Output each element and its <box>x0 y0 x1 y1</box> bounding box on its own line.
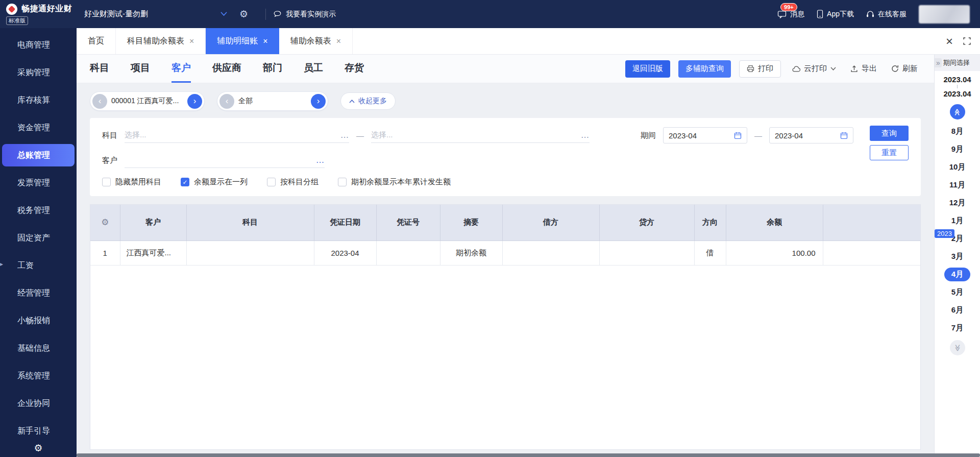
sidebar-item[interactable]: 新手引导 <box>0 417 77 445</box>
next-customer-icon[interactable]: › <box>187 94 202 109</box>
export-button[interactable]: 导出 <box>847 60 880 78</box>
sidebar-item[interactable]: 采购管理 <box>0 59 77 86</box>
table-row[interactable]: 1 江西真可爱... 2023-04 期初余额 借 100.00 <box>90 240 920 265</box>
sidebar-settings-gear-icon[interactable]: ⚙ <box>0 442 77 454</box>
demo-link[interactable]: 我要看实例演示 <box>273 10 336 19</box>
month-item[interactable]: 8月 <box>935 123 980 140</box>
tab[interactable]: 首页 <box>77 28 116 54</box>
tab-close-icon[interactable]: × <box>189 37 194 45</box>
category-tab[interactable]: 存货 <box>345 55 364 83</box>
checkbox-box-icon: ✓ <box>102 178 111 186</box>
category-tab[interactable]: 科目 <box>90 55 109 83</box>
month-item[interactable]: 6月 <box>935 301 980 319</box>
close-icon[interactable]: × <box>946 35 953 47</box>
scope-pill-label: 全部 <box>234 97 311 106</box>
settings-gear-icon[interactable]: ⚙ <box>239 8 248 20</box>
sidebar-item[interactable]: 基础信息 <box>0 334 77 362</box>
panel-collapse-icon[interactable]: » <box>935 58 942 67</box>
tab[interactable]: 辅助明细账 × <box>206 28 279 54</box>
sidebar-item[interactable]: 发票管理 <box>0 169 77 197</box>
scope-pager-pill[interactable]: ‹ 全部 › <box>217 91 328 111</box>
column-settings-gear-icon[interactable]: ⚙ <box>90 205 120 240</box>
sidebar-item-label: 总账管理 <box>17 150 50 161</box>
tab-close-icon[interactable]: × <box>263 37 267 45</box>
sidebar-item[interactable]: 资金管理 <box>0 114 77 141</box>
category-tab[interactable]: 部门 <box>263 55 282 83</box>
reset-button[interactable]: 重置 <box>870 145 909 160</box>
phone-icon <box>817 10 823 18</box>
month-item[interactable]: 3月 <box>935 248 980 266</box>
tab[interactable]: 科目辅助余额表 × <box>116 28 206 54</box>
sidebar-item-label: 新手引导 <box>17 426 50 437</box>
month-item[interactable]: 12月 <box>935 194 980 212</box>
sidebar-expand-arrow-icon[interactable]: ▸ <box>0 260 3 268</box>
month-item[interactable]: 4月 <box>935 266 980 283</box>
cell-debit <box>502 240 599 265</box>
month-item[interactable]: 7月 <box>935 319 980 337</box>
query-button[interactable]: 查询 <box>870 126 909 141</box>
sidebar-item[interactable]: 固定资产 <box>0 224 77 252</box>
month-item[interactable]: 10月 <box>935 158 980 176</box>
ellipsis-picker-icon[interactable]: ⋯ <box>340 135 349 140</box>
customer-pager-pill[interactable]: ‹ 000001 江西真可爱... › <box>90 91 205 111</box>
sidebar-item[interactable]: 库存核算 <box>0 86 77 114</box>
filter-checkbox[interactable]: ✓ 余额显示在一列 <box>181 177 248 187</box>
back-to-old-button[interactable]: 退回旧版 <box>625 60 670 78</box>
scroll-months-up-button[interactable]: ≪ <box>950 104 965 119</box>
customer-select[interactable]: ⋯ <box>125 153 325 168</box>
month-item[interactable]: 11月 <box>935 176 980 194</box>
sidebar-item[interactable]: 企业协同 <box>0 390 77 417</box>
cloud-print-button[interactable]: 云打印 <box>789 60 839 78</box>
app-download-button[interactable]: App下载 <box>817 10 854 19</box>
subject-to-select[interactable]: 选择... ⋯ <box>371 128 590 143</box>
calendar-icon <box>840 132 848 139</box>
category-tab[interactable]: 员工 <box>304 55 323 83</box>
user-info-redacted[interactable] <box>919 5 970 23</box>
sidebar-item[interactable]: 系统管理 <box>0 362 77 390</box>
prev-customer-icon[interactable]: ‹ <box>92 94 107 109</box>
collapse-more-label: 收起更多 <box>358 97 387 106</box>
messages-button[interactable]: 99+ 消息 <box>777 10 804 19</box>
scroll-months-down-button[interactable]: ≪ <box>950 340 965 355</box>
org-selector-dropdown[interactable]: 好业财测试-量勿删 <box>79 6 232 23</box>
horizontal-scrollbar[interactable] <box>77 453 980 457</box>
filter-checkbox[interactable]: ✓ 隐藏禁用科目 <box>102 177 161 187</box>
month-item[interactable]: 5月 <box>935 283 980 301</box>
refresh-button[interactable]: 刷新 <box>888 60 921 78</box>
ellipsis-picker-icon[interactable]: ⋯ <box>581 135 590 140</box>
multi-assist-query-button[interactable]: 多辅助查询 <box>678 60 731 78</box>
sidebar-item[interactable]: 经营管理 <box>0 279 77 307</box>
sidebar-item[interactable]: 总账管理 <box>2 144 75 166</box>
subject-from-select[interactable]: 选择... ⋯ <box>125 128 349 143</box>
demo-link-label: 我要看实例演示 <box>286 10 336 19</box>
month-label: 1月 <box>944 214 970 228</box>
sidebar-item[interactable]: 工资 <box>0 252 77 279</box>
col-voucher-date: 凭证日期 <box>314 205 376 240</box>
sidebar-nav: 电商管理 采购管理 库存核算 资金管理 总账管理 <box>0 31 77 445</box>
period-from-input[interactable]: 2023-04 <box>663 127 747 143</box>
next-scope-icon[interactable]: › <box>311 94 326 109</box>
tab-close-icon[interactable]: × <box>336 37 341 45</box>
col-debit: 借方 <box>502 205 599 240</box>
print-button[interactable]: 打印 <box>739 60 781 78</box>
collapse-more-button[interactable]: 收起更多 <box>340 92 396 110</box>
fullscreen-icon[interactable] <box>963 37 971 45</box>
month-item[interactable]: 1月 <box>935 212 980 230</box>
filter-checkbox[interactable]: ✓ 按科目分组 <box>267 177 318 187</box>
ellipsis-picker-icon[interactable]: ⋯ <box>316 160 325 165</box>
category-tab[interactable]: 项目 <box>131 55 150 83</box>
category-tab[interactable]: 客户 <box>172 55 191 83</box>
sidebar-item[interactable]: 电商管理 <box>0 31 77 59</box>
sidebar-item[interactable]: 小畅报销 <box>0 307 77 334</box>
cell-voucher-date: 2023-04 <box>314 240 376 265</box>
category-tab-label: 项目 <box>131 61 150 75</box>
period-to-input[interactable]: 2023-04 <box>769 127 853 143</box>
prev-scope-icon[interactable]: ‹ <box>219 94 234 109</box>
sidebar-item[interactable]: 税务管理 <box>0 197 77 224</box>
tab[interactable]: 辅助余额表 × <box>279 28 353 54</box>
filter-checkbox[interactable]: ✓ 期初余额显示本年累计发生额 <box>338 177 451 187</box>
online-service-button[interactable]: 在线客服 <box>866 10 906 19</box>
category-tab[interactable]: 供应商 <box>212 55 241 83</box>
month-item[interactable]: 9月 <box>935 140 980 158</box>
printer-icon <box>747 65 754 73</box>
